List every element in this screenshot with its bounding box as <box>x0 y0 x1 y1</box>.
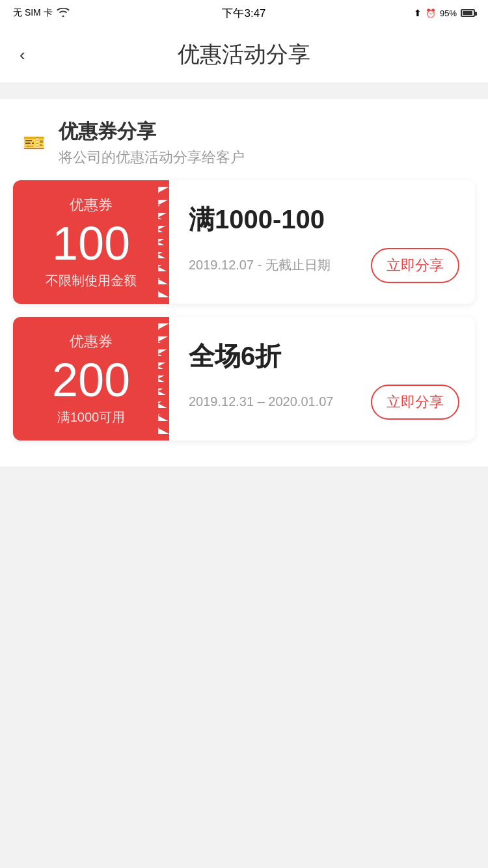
carrier-text: 无 SIM 卡 <box>13 7 53 19</box>
wifi-icon <box>57 8 70 19</box>
share-button-1[interactable]: 立即分享 <box>371 248 459 283</box>
battery-icon <box>461 9 475 17</box>
coupon-card-1: 优惠券 100 不限制使用金额 满1000-100 2019.12.07 - 无… <box>13 180 475 304</box>
coupon-bottom-row-1: 2019.12.07 - 无截止日期 立即分享 <box>189 248 459 283</box>
section-text-block: 优惠券分享 将公司的优惠活动分享给客户 <box>59 118 245 167</box>
coupon-name-1: 满1000-100 <box>189 202 459 237</box>
coupon-label-1: 优惠券 <box>70 195 113 215</box>
coupon-left-1: 优惠券 100 不限制使用金额 <box>13 180 169 304</box>
coupon-amount-1: 100 <box>52 220 130 267</box>
back-button[interactable]: ‹ <box>20 46 25 63</box>
coupon-left-2: 优惠券 200 满1000可用 <box>13 317 169 441</box>
section-title: 优惠券分享 <box>59 118 245 145</box>
section-icon: 🎫 <box>20 129 48 157</box>
coupon-date-1: 2019.12.07 - 无截止日期 <box>189 256 331 274</box>
coupon-label-2: 优惠券 <box>70 332 113 351</box>
coupon-right-1: 满1000-100 2019.12.07 - 无截止日期 立即分享 <box>169 180 475 304</box>
section-subtitle: 将公司的优惠活动分享给客户 <box>59 148 245 167</box>
section-header: 🎫 优惠券分享 将公司的优惠活动分享给客户 <box>0 99 488 180</box>
coupon-right-2: 全场6折 2019.12.31 – 2020.01.07 立即分享 <box>169 317 475 441</box>
alarm-icon: ⏰ <box>426 8 436 18</box>
battery-text: 95% <box>440 8 457 18</box>
coupon-bottom-row-2: 2019.12.31 – 2020.01.07 立即分享 <box>189 385 459 420</box>
coupon-amount-2: 200 <box>52 357 130 403</box>
coupon-condition-1: 不限制使用金额 <box>46 272 137 290</box>
coupon-condition-2: 满1000可用 <box>57 409 126 426</box>
nav-bar: ‹ 优惠活动分享 <box>0 26 488 83</box>
location-icon: ⬆ <box>414 8 422 18</box>
coupon-name-2: 全场6折 <box>189 338 459 374</box>
share-button-2[interactable]: 立即分享 <box>371 385 459 420</box>
coupon-list: 优惠券 100 不限制使用金额 满1000-100 2019.12.07 - 无… <box>0 180 488 467</box>
status-bar: 无 SIM 卡 下午3:47 ⬆ ⏰ 95% <box>0 0 488 26</box>
coupon-date-2: 2019.12.31 – 2020.01.07 <box>189 394 333 409</box>
bottom-area <box>0 467 488 792</box>
status-right: ⬆ ⏰ 95% <box>414 8 475 18</box>
status-time: 下午3:47 <box>222 6 265 21</box>
status-left: 无 SIM 卡 <box>13 7 70 19</box>
page-title: 优惠活动分享 <box>178 40 310 70</box>
section-divider <box>0 83 488 99</box>
coupon-card-2: 优惠券 200 满1000可用 全场6折 2019.12.31 – 2020.0… <box>13 317 475 441</box>
